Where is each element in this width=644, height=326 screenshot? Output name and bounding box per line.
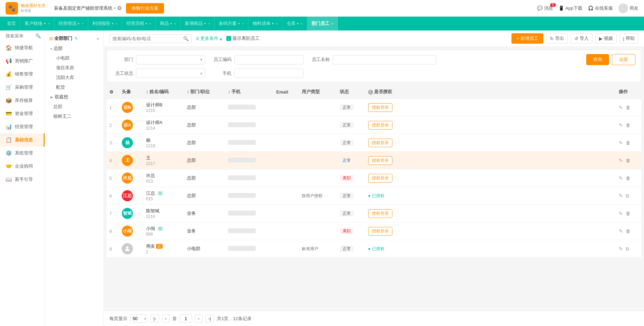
delete-icon[interactable]: 🗑	[626, 228, 631, 234]
checkbox-show-resigned[interactable]: ✓	[226, 36, 231, 41]
auth-login-btn[interactable]: 授权登录	[368, 121, 392, 130]
online-service-btn[interactable]: 🎧 在线客服	[588, 5, 613, 11]
collapse-btn[interactable]: «	[97, 36, 99, 41]
nav-tab-bom[interactable]: 物料清单 ▾ ×	[248, 17, 282, 30]
edit-icon[interactable]: ✎	[619, 211, 623, 216]
sidebar-item-purchase[interactable]: 🛒 采购管理	[0, 81, 45, 94]
close-icon[interactable]: ×	[208, 22, 210, 26]
sidebar-item-quick-nav[interactable]: 🏠 快捷导航	[0, 41, 45, 54]
tree-group-hq[interactable]: ▾ 总部	[45, 44, 103, 53]
nav-tab-operations[interactable]: 经营情况 ▾ ×	[54, 17, 88, 30]
auth-login-btn[interactable]: 授权登录	[368, 209, 392, 218]
delete-icon[interactable]: 🗑	[626, 105, 631, 110]
close-icon[interactable]: ×	[332, 22, 334, 26]
page-size-select[interactable]: 50 20 100	[130, 315, 147, 323]
auth-login-btn[interactable]: 授权登录	[368, 227, 392, 236]
edit-icon[interactable]: ✎	[619, 158, 623, 163]
nav-tab-home[interactable]: 首页	[3, 17, 20, 30]
delete-icon[interactable]: 🗑	[626, 140, 631, 146]
nav-tab-warehouse[interactable]: 仓库 ▾ ×	[282, 17, 307, 30]
delete-icon[interactable]: 🗑	[626, 158, 631, 163]
tree-item-hq2[interactable]: 总部	[45, 102, 103, 112]
col-dept-position[interactable]: ↕ 部门/职位	[184, 85, 225, 99]
tree-item-project-room[interactable]: 项目库房	[45, 63, 103, 73]
nav-tab-new-goods[interactable]: 新增商品 ▾ ×	[181, 17, 215, 30]
close-icon[interactable]: ×	[242, 22, 244, 26]
edit-icon[interactable]: ✎	[619, 122, 623, 128]
sidebar-item-enterprise[interactable]: 🤝 企业协同	[0, 160, 45, 173]
col-phone[interactable]: ↕ 手机	[225, 85, 273, 99]
close-icon[interactable]: ×	[82, 22, 84, 26]
delete-icon[interactable]: 🗑	[626, 211, 631, 216]
nav-tab-goods[interactable]: 商品 ▾ ×	[156, 17, 181, 30]
import-button[interactable]: ↺ 导入	[571, 33, 592, 44]
view-button[interactable]: ▶ 视频	[595, 33, 617, 44]
user-profile-btn[interactable]: 用友	[618, 3, 638, 13]
close-icon[interactable]: ×	[301, 22, 303, 26]
app-download-btn[interactable]: 📱 App下载	[559, 5, 582, 11]
emp-code-input[interactable]	[234, 55, 303, 64]
close-icon[interactable]: ×	[48, 22, 50, 26]
trial-btn[interactable]: 体验行业方案	[126, 3, 164, 14]
page-number-input[interactable]	[180, 315, 192, 323]
tree-item-shenyang[interactable]: 沈阳大库	[45, 73, 103, 82]
delete-icon[interactable]: 🗑	[626, 175, 631, 181]
tree-group-double-dream[interactable]: ▶ 双庭想	[45, 92, 103, 102]
export-button[interactable]: ↻ 导出	[546, 33, 568, 44]
edit-icon[interactable]: ✎	[619, 246, 623, 252]
sidebar-item-basic-info[interactable]: 📋 基础信息	[0, 133, 45, 147]
close-icon[interactable]: ×	[174, 22, 176, 26]
search-input[interactable]	[112, 36, 182, 41]
close-icon[interactable]: ×	[116, 22, 118, 26]
close-icon[interactable]: ×	[149, 22, 152, 26]
sidebar-item-guide[interactable]: 📖 新手引导	[0, 173, 45, 186]
add-emp-button[interactable]: + 新增员工	[511, 33, 543, 44]
sidebar-item-inventory[interactable]: 📦 库存核算	[0, 94, 45, 107]
query-button[interactable]: 查询	[586, 54, 609, 65]
copy-icon[interactable]: ⧉	[626, 246, 629, 252]
first-page-btn[interactable]: |‹	[150, 315, 159, 323]
more-filter-btn[interactable]: ⧖ 更多条件 ▴	[196, 35, 222, 42]
tree-item-distribution[interactable]: 配货	[45, 82, 103, 92]
nav-tab-barcode[interactable]: 条码方案 ▾ ×	[215, 17, 248, 30]
help-button[interactable]: | 帮助	[619, 33, 638, 44]
edit-icon[interactable]: ✎	[619, 175, 623, 181]
auth-login-btn[interactable]: 授权登录	[368, 156, 392, 165]
nav-tab-dept-emp[interactable]: 部门员工 ×	[307, 17, 338, 30]
tree-item-plant-king2[interactable]: 植树王二	[45, 112, 103, 121]
dept-select[interactable]	[136, 55, 205, 64]
message-btn[interactable]: 💬 消息 5	[537, 5, 553, 11]
emp-name-input[interactable]	[333, 55, 436, 64]
phone-input[interactable]	[234, 69, 303, 78]
edit-icon[interactable]: ✎	[619, 140, 623, 146]
delete-icon[interactable]: 🗑	[626, 122, 631, 128]
tree-item-small-elec[interactable]: 小电部	[45, 53, 103, 63]
edit-icon[interactable]: ✎	[619, 105, 623, 110]
copy-icon[interactable]: ⧉	[626, 193, 629, 199]
emp-status-select[interactable]	[136, 69, 205, 78]
next-page-btn[interactable]: ›	[195, 315, 202, 323]
tree-header[interactable]: ⊞ 全部部门 ✎ «	[45, 33, 103, 44]
sidebar-item-finance[interactable]: 💳 资金管理	[0, 107, 45, 120]
nav-tab-profit[interactable]: 利润报告 ▾ ×	[88, 17, 122, 30]
sidebar-item-sales[interactable]: 💰 销售管理	[0, 68, 45, 81]
auth-login-btn[interactable]: 授权登录	[368, 174, 392, 183]
sidebar-item-operations[interactable]: 📊 经营管理	[0, 120, 45, 133]
last-page-btn[interactable]: ›|	[205, 315, 214, 323]
search-input[interactable]	[6, 33, 33, 38]
col-name-code[interactable]: ↕ 姓名/编码	[143, 85, 184, 99]
prev-page-btn[interactable]: ‹	[162, 315, 170, 323]
gear-button[interactable]: ⚙	[117, 5, 122, 11]
col-settings[interactable]: ⚙	[107, 85, 119, 99]
sidebar-item-system[interactable]: ⚙️ 系统管理	[0, 147, 45, 160]
nav-tab-biz-journey[interactable]: 经营历程 ▾ ×	[122, 17, 156, 30]
auth-login-btn[interactable]: 授权登录	[368, 139, 392, 147]
edit-icon[interactable]: ✎	[619, 228, 623, 234]
show-resigned-toggle[interactable]: ✓ 显示离职员工	[226, 35, 260, 42]
sidebar-item-marketing[interactable]: 📢 营销推广	[0, 54, 45, 68]
auth-login-btn[interactable]: 授权登录	[368, 103, 392, 112]
edit-dept-icon[interactable]: ✎	[74, 36, 78, 41]
edit-icon[interactable]: ✎	[619, 193, 623, 199]
close-icon[interactable]: ×	[276, 22, 278, 26]
nav-tab-customer[interactable]: 客户联络 ▾ ×	[20, 17, 54, 30]
